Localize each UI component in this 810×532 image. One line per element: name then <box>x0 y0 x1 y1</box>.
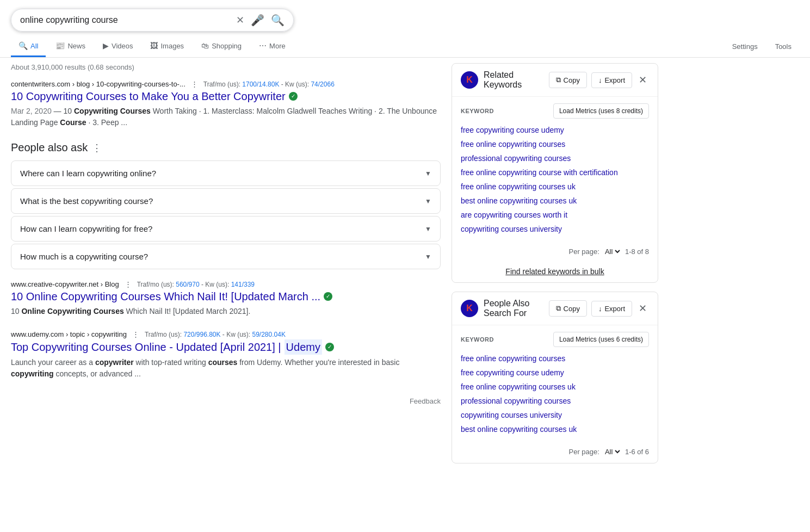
results-count: About 3,910,000 results (0.68 seconds) <box>11 63 441 71</box>
widget-title-2: People Also Search For <box>484 299 549 318</box>
keyword-link[interactable]: free online copywriting courses <box>461 140 565 149</box>
export-button-2[interactable]: ↓ Export <box>591 301 632 317</box>
verified-badge-2: ✓ <box>324 292 332 301</box>
keyword-link[interactable]: best online copywriting courses uk <box>461 196 577 205</box>
export-icon-2: ↓ <box>598 305 602 313</box>
keyword-link[interactable]: free online copywriting course with cert… <box>461 168 618 177</box>
keyword-link[interactable]: professional copywriting courses <box>461 154 571 163</box>
copy-button-1[interactable]: ⧉ Copy <box>549 72 587 88</box>
list-item: free online copywriting courses <box>461 137 649 151</box>
images-icon: 🖼 <box>150 41 158 50</box>
per-page-select-1[interactable]: All 10 25 <box>603 247 622 256</box>
shopping-icon: 🛍 <box>201 41 209 50</box>
search-bar: ✕ 🎤 🔍 <box>11 9 294 32</box>
search-result-2: www.creative-copywriter.net › Blog ⋮ Tra… <box>11 280 441 317</box>
traf-link-1b[interactable]: 74/2066 <box>311 81 334 88</box>
tab-more[interactable]: ⋯ More <box>251 36 293 57</box>
export-button-1[interactable]: ↓ Export <box>591 72 632 88</box>
result-title-1[interactable]: 10 Copywriting Courses to Make You a Bet… <box>11 89 298 103</box>
result-title-2[interactable]: 10 Online Copywriting Courses Which Nail… <box>11 289 332 304</box>
result-url-3: www.udemy.com › topic › copywriting <box>11 330 127 338</box>
tab-images-label: Images <box>160 42 184 50</box>
find-related-link[interactable]: Find related keywords in bulk <box>452 263 658 282</box>
traf-link-3b[interactable]: 59/280.04K <box>252 331 286 338</box>
copy-button-2[interactable]: ⧉ Copy <box>549 300 587 317</box>
result-traf-1: Traf/mo (us): 1700/14.80K - Kw (us): 74/… <box>203 81 335 88</box>
paa-menu-icon[interactable]: ⋮ <box>92 142 102 154</box>
traf-link-2a[interactable]: 560/970 <box>176 281 199 288</box>
tools-link[interactable]: Tools <box>768 37 799 56</box>
widget-col-header-2: KEYWORD Load Metrics (uses 6 credits) <box>461 332 649 347</box>
keyword-link[interactable]: free online copywriting courses uk <box>461 182 576 191</box>
list-item: professional copywriting courses <box>461 151 649 165</box>
paa-title: People also ask ⋮ <box>11 141 441 154</box>
paa-chevron-3: ▼ <box>425 253 431 261</box>
feedback-label[interactable]: Feedback <box>410 397 441 405</box>
traf-link-2b[interactable]: 141/339 <box>231 281 255 288</box>
result-title-3[interactable]: Top Copywriting Courses Online - Updated… <box>11 339 334 355</box>
paa-item-2[interactable]: How can I learn copywriting for free? ▼ <box>11 216 441 242</box>
videos-icon: ▶ <box>103 41 109 50</box>
close-icon-2[interactable]: ✕ <box>636 300 649 317</box>
widget-title-1: Related Keywords <box>484 70 549 90</box>
keyword-link[interactable]: best online copywriting courses uk <box>461 425 577 434</box>
widget-body-2: KEYWORD Load Metrics (uses 6 credits) fr… <box>452 325 658 443</box>
verified-badge-1: ✓ <box>289 92 298 101</box>
tab-videos-label: Videos <box>112 42 133 50</box>
tab-news[interactable]: 📰 News <box>48 36 93 57</box>
per-page-select-2[interactable]: All 10 25 <box>603 447 622 456</box>
result-traf-3: Traf/mo (us): 720/996.80K - Kw (us): 59/… <box>145 331 286 338</box>
tab-videos[interactable]: ▶ Videos <box>95 36 141 57</box>
main-layout: About 3,910,000 results (0.68 seconds) c… <box>0 58 810 472</box>
paa-item-0[interactable]: Where can I learn copywriting online? ▼ <box>11 160 441 186</box>
keyword-link[interactable]: free online copywriting courses <box>461 354 565 363</box>
load-metrics-button-1[interactable]: Load Metrics (uses 8 credits) <box>553 103 649 119</box>
keyword-link[interactable]: free copywriting course udemy <box>461 368 564 377</box>
clear-icon[interactable]: ✕ <box>236 14 244 26</box>
keyword-list-1: free copywriting course udemy free onlin… <box>461 123 649 236</box>
traf-link-1a[interactable]: 1700/14.80K <box>242 81 279 88</box>
keyword-link[interactable]: free copywriting course udemy <box>461 126 564 134</box>
all-icon: 🔍 <box>18 41 28 50</box>
search-icons: ✕ 🎤 🔍 <box>236 14 285 27</box>
paa-chevron-0: ▼ <box>425 170 431 177</box>
keyword-link[interactable]: are copywriting courses worth it <box>461 211 567 219</box>
keyword-link[interactable]: professional copywriting courses <box>461 397 571 405</box>
keyword-link[interactable]: copywriting courses university <box>461 411 562 419</box>
search-input[interactable] <box>20 15 236 25</box>
result-url-line-1: contentwriters.com › blog › 10-copywriti… <box>11 80 441 88</box>
load-metrics-button-2[interactable]: Load Metrics (uses 6 credits) <box>553 332 649 347</box>
close-icon-1[interactable]: ✕ <box>636 72 649 88</box>
widget-body-1: KEYWORD Load Metrics (uses 8 credits) fr… <box>452 97 658 243</box>
result-url-line-2: www.creative-copywriter.net › Blog ⋮ Tra… <box>11 280 441 288</box>
tab-shopping-label: Shopping <box>212 42 242 50</box>
list-item: professional copywriting courses <box>461 394 649 408</box>
tab-all[interactable]: 🔍 All <box>11 36 46 57</box>
result-desc-3: Launch your career as a copywriter with … <box>11 357 441 380</box>
widget-actions-1: ⧉ Copy ↓ Export ✕ <box>549 72 649 88</box>
feedback-line: Feedback <box>11 393 441 410</box>
paa-item-3[interactable]: How much is a copywriting course? ▼ <box>11 244 441 269</box>
traf-link-3a[interactable]: 720/996.80K <box>183 331 220 338</box>
mic-icon[interactable]: 🎤 <box>251 14 264 27</box>
tab-images[interactable]: 🖼 Images <box>143 36 191 57</box>
search-result-1: contentwriters.com › blog › 10-copywriti… <box>11 80 441 128</box>
list-item: free online copywriting courses uk <box>461 180 649 194</box>
keyword-link[interactable]: free online copywriting courses uk <box>461 382 576 391</box>
list-item: free online copywriting courses uk <box>461 380 649 394</box>
widget-footer-2: Per page: All 10 25 1-6 of 6 <box>452 443 658 463</box>
paa-item-1[interactable]: What is the best copywriting course? ▼ <box>11 188 441 214</box>
tab-shopping[interactable]: 🛍 Shopping <box>194 36 249 57</box>
settings-link[interactable]: Settings <box>725 37 765 56</box>
search-icon[interactable]: 🔍 <box>271 14 285 27</box>
left-column: About 3,910,000 results (0.68 seconds) c… <box>11 63 441 472</box>
list-item: are copywriting courses worth it <box>461 208 649 222</box>
tab-all-label: All <box>30 42 38 50</box>
keyword-link[interactable]: copywriting courses university <box>461 225 562 233</box>
list-item: free copywriting course udemy <box>461 366 649 380</box>
people-also-search-widget: K People Also Search For ⧉ Copy ↓ Export… <box>452 292 658 463</box>
keyword-list-2: free online copywriting courses free cop… <box>461 351 649 436</box>
page-count-2: 1-6 of 6 <box>625 448 649 456</box>
list-item: copywriting courses university <box>461 408 649 422</box>
list-item: free online copywriting course with cert… <box>461 165 649 180</box>
